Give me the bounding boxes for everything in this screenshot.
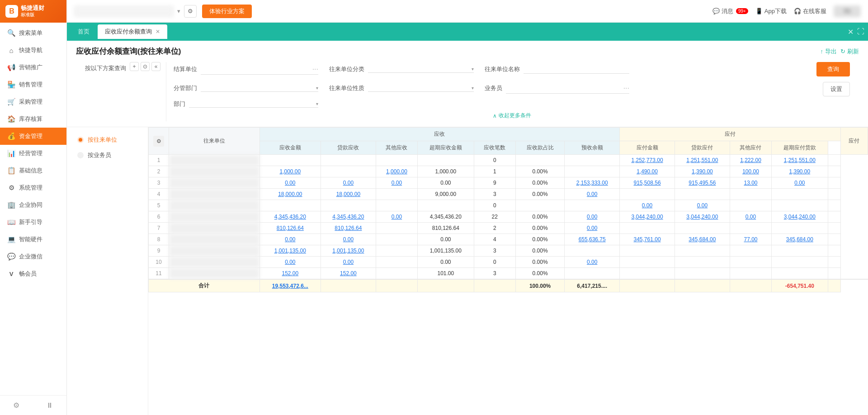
collapse-sidebar-btn[interactable]: ⏸ <box>46 401 53 410</box>
table-row: 10 0.00 0.00 0.00 0 0.00% 0.00 <box>149 257 868 268</box>
settlement-dots[interactable]: ··· <box>312 65 318 73</box>
top-header: ▾ ⚙ 体验行业方案 💬 消息 99+ 📱 App下载 🎧 在线客服 <box>67 0 868 23</box>
sidebar-label-quick: 快捷导航 <box>19 46 42 54</box>
svg-point-1 <box>79 138 82 142</box>
service-button[interactable]: 🎧 在线客服 <box>794 7 826 15</box>
refresh-button[interactable]: ↻ 刷新 <box>840 48 859 56</box>
inventory-icon: 🏠 <box>7 115 15 123</box>
app-download-button[interactable]: 📱 App下载 <box>755 7 787 15</box>
tab-bar-actions: ✕ ⛶ <box>848 28 864 36</box>
footer-ar-amount[interactable]: 19,553,472,6... <box>259 279 321 292</box>
promo-button[interactable]: 体验行业方案 <box>202 5 252 18</box>
settings-footer-btn[interactable]: ⚙ <box>13 401 19 410</box>
sidebar-item-wechat[interactable]: 💬 企业微信 <box>0 248 66 265</box>
marketing-icon: 📢 <box>7 63 15 72</box>
dropdown-icon[interactable]: ▾ <box>177 8 180 14</box>
user-avatar[interactable]: Rit <box>834 5 861 17</box>
salesman-dots[interactable]: ··· <box>623 84 629 92</box>
tab-bar: 首页 应收应付余额查询 ✕ ✕ ⛶ <box>67 23 868 41</box>
hardware-icon: 💻 <box>7 235 15 243</box>
col-settings-btn[interactable]: ⚙ <box>153 136 164 147</box>
data-table-container: ⚙ 往来单位 应收 应付 应付 应收金额 贷款应收 其他应收 <box>148 127 868 415</box>
collapse-icon: ∧ <box>493 113 497 119</box>
filter-by-salesman[interactable]: 按业务员 <box>72 148 142 162</box>
th-ar-overdue: 超期应收金额 <box>418 141 474 155</box>
dept-mgr-label: 分管部门 <box>174 84 197 92</box>
sidebar-item-system[interactable]: ⚙ 系统管理 <box>0 179 66 196</box>
enterprise-icon: 🏢 <box>7 201 15 209</box>
footer-label: 合计 <box>149 279 260 292</box>
page-title-row: 应收应付余额查询(按往来单位) ↑ 导出 ↻ 刷新 <box>76 46 859 57</box>
app-logo: B 畅捷通财 标准版 <box>0 0 66 23</box>
sidebar-item-sales[interactable]: 🏪 销售管理 <box>0 76 66 93</box>
tab-close-all-btn[interactable]: ✕ <box>848 28 854 36</box>
salesman-option-icon <box>76 151 85 160</box>
sidebar-item-basic[interactable]: 📋 基础信息 <box>0 162 66 179</box>
tab-home[interactable]: 首页 <box>71 24 97 39</box>
funds-icon: 💰 <box>7 132 15 140</box>
tab-expand-btn[interactable]: ⛶ <box>857 28 864 36</box>
tab-query[interactable]: 应收应付余额查询 ✕ <box>98 24 167 39</box>
header-left: ▾ ⚙ 体验行业方案 <box>74 5 712 18</box>
table-row: 2 1,000.00 1,000.00 1,000.00 1 0.00% 1,4… <box>149 166 868 177</box>
basic-icon: 📋 <box>7 167 15 175</box>
sidebar-nav: 🔍 搜索菜单 ⌂ 快捷导航 📢 营销推广 🏪 销售管理 🛒 采购管理 🏠 <box>0 23 66 395</box>
message-badge: 99+ <box>736 8 748 14</box>
export-button[interactable]: ↑ 导出 <box>821 48 837 56</box>
filter-by-partner[interactable]: 按往来单位 <box>72 133 142 147</box>
footer-ap-overdue: -654,751.40 <box>772 279 828 292</box>
avatar-text: Rit <box>844 8 851 14</box>
data-table: ⚙ 往来单位 应收 应付 应付 应收金额 贷款应收 其他应收 <box>148 127 868 292</box>
sidebar-item-search[interactable]: 🔍 搜索菜单 <box>0 24 66 42</box>
message-button[interactable]: 💬 消息 99+ <box>712 7 748 15</box>
table-row: 9 1,001,135.00 1,001,135.00 1,001,135.00… <box>149 245 868 257</box>
sidebar-item-purchase[interactable]: 🛒 采购管理 <box>0 93 66 110</box>
partner-name-input[interactable] <box>524 66 629 72</box>
system-icon: ⚙ <box>7 184 15 192</box>
page-header: 应收应付余额查询(按往来单位) ↑ 导出 ↻ 刷新 <box>67 41 868 127</box>
sidebar-label-basic: 基础信息 <box>19 167 42 175</box>
sidebar-item-operations[interactable]: 📊 经营管理 <box>0 145 66 162</box>
filter-sidebar: 按往来单位 按业务员 <box>67 127 148 415</box>
sidebar-label-funds: 资金管理 <box>19 132 42 140</box>
sidebar-footer: ⚙ ⏸ <box>0 395 66 415</box>
th-ar-amount: 应收金额 <box>259 141 321 155</box>
sidebar-label-sales: 销售管理 <box>19 81 42 89</box>
sidebar-item-marketing[interactable]: 📢 营销推广 <box>0 59 66 76</box>
table-row: 4 18,000.00 18,000.00 9,000.00 3 0.00% 0… <box>149 189 868 200</box>
sidebar-item-guide[interactable]: 📖 新手引导 <box>0 214 66 231</box>
header-right: 💬 消息 99+ 📱 App下载 🎧 在线客服 Rit <box>712 5 861 17</box>
th-partner: 往来单位 <box>169 128 260 155</box>
sidebar-item-funds[interactable]: 💰 资金管理 <box>0 128 66 145</box>
main-area: ▾ ⚙ 体验行业方案 💬 消息 99+ 📱 App下载 🎧 在线客服 <box>67 0 868 415</box>
address-bar[interactable] <box>74 6 174 17</box>
sidebar-item-member[interactable]: V 畅会员 <box>0 265 66 282</box>
th-ap-other: 其他应付 <box>730 141 771 155</box>
gear-button[interactable]: ⚙ <box>184 5 197 18</box>
table-row: 1 0 1,252,773.00 1,251,551.00 1,222.00 1… <box>149 155 868 166</box>
sidebar-item-quick[interactable]: ⌂ 快捷导航 <box>0 42 66 59</box>
sidebar-label-hardware: 智能硬件 <box>19 235 42 243</box>
filter-add-btn[interactable]: + <box>130 62 139 71</box>
partner-option-icon <box>76 135 85 144</box>
settings-button[interactable]: 设置 <box>823 82 850 96</box>
sidebar-label-wechat: 企业微信 <box>19 253 42 261</box>
partner-name-label: 往来单位名称 <box>485 65 520 73</box>
sidebar-label-system: 系统管理 <box>19 184 42 192</box>
operations-icon: 📊 <box>7 149 15 157</box>
th-ap-amount: 应付金额 <box>620 141 675 155</box>
filter-collapse-btn[interactable]: « <box>151 62 160 71</box>
tab-close-icon[interactable]: ✕ <box>156 29 160 35</box>
salesman-label: 业务员 <box>485 84 502 92</box>
collapse-more-btn[interactable]: ∧ 收起更多条件 <box>493 112 531 119</box>
sidebar-item-hardware[interactable]: 💻 智能硬件 <box>0 231 66 248</box>
th-prepay-balance: 预收余额 <box>565 141 620 155</box>
service-label: 在线客服 <box>803 7 826 15</box>
sidebar-item-inventory[interactable]: 🏠 库存核算 <box>0 110 66 128</box>
query-button[interactable]: 查询 <box>816 62 850 76</box>
guide-icon: 📖 <box>7 218 15 226</box>
page-title: 应收应付余额查询(按往来单位) <box>76 46 181 57</box>
filter-settings-btn[interactable]: ⊙ <box>141 62 150 71</box>
th-ap-balance: 应付 <box>840 128 868 155</box>
sidebar-item-enterprise[interactable]: 🏢 企业协同 <box>0 196 66 214</box>
